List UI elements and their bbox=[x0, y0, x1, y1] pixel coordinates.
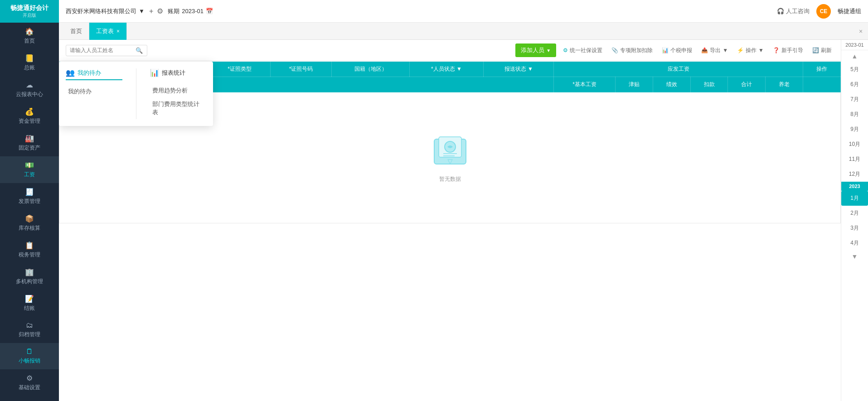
filter-icon[interactable]: ▼ bbox=[456, 66, 462, 72]
add-person-label: 添加人员 bbox=[521, 46, 544, 54]
month-7[interactable]: 7月 bbox=[841, 92, 868, 107]
pending-icon: 👥 bbox=[66, 68, 75, 77]
operate-action[interactable]: ⚡ 操作 ▼ bbox=[735, 47, 766, 54]
guide-action[interactable]: ❓ 新手引导 bbox=[771, 47, 805, 54]
special-deduction-action[interactable]: 📎 专项附加扣除 bbox=[609, 47, 655, 54]
period-value: 2023-01 bbox=[182, 8, 204, 14]
th-base-salary: *基本工资 bbox=[554, 77, 616, 92]
sidebar-item-cloud-report[interactable]: ☁ 云报表中心 bbox=[0, 76, 59, 103]
export-action[interactable]: 📤 导出 ▼ bbox=[699, 47, 730, 54]
month-4[interactable]: 4月 bbox=[841, 236, 868, 251]
social-icon: ⚙ bbox=[563, 47, 568, 53]
refresh-label: 刷新 bbox=[821, 47, 832, 54]
sidebar-item-inventory[interactable]: 📦 库存核算 bbox=[0, 210, 59, 237]
month-5[interactable]: 5月 bbox=[841, 62, 868, 77]
headset-icon: 🎧 bbox=[777, 8, 784, 14]
social-security-action[interactable]: ⚙ 统一社保设置 bbox=[561, 47, 605, 54]
report-icon: 📊 bbox=[150, 68, 159, 77]
sidebar-item-org[interactable]: 🏢 多机构管理 bbox=[0, 263, 59, 290]
nav-down-arrow[interactable]: ▼ bbox=[849, 251, 860, 262]
user-name: 畅捷通组 bbox=[838, 7, 861, 15]
content-area: 🔍 添加人员 ▼ ⚙ 统一社保设置 📎 专项附加扣除 bbox=[59, 40, 868, 401]
month-11[interactable]: 11月 bbox=[841, 152, 868, 167]
tab-home[interactable]: 首页 bbox=[63, 23, 89, 40]
month-8[interactable]: 8月 bbox=[841, 107, 868, 122]
company-selector[interactable]: 西安虾米网络科技有限公司 ▼ bbox=[66, 7, 145, 15]
tab-salary-label: 工资表 bbox=[96, 27, 114, 35]
add-person-button[interactable]: 添加人员 ▼ bbox=[515, 43, 556, 57]
tax-icon: 📋 bbox=[25, 241, 34, 250]
month-2[interactable]: 2月 bbox=[841, 206, 868, 221]
sidebar-item-finance[interactable]: 💰 资金管理 bbox=[0, 103, 59, 130]
search-input[interactable] bbox=[70, 47, 133, 53]
sidebar-item-tax-label: 税务管理 bbox=[19, 251, 40, 259]
th-operation: 操作 bbox=[803, 62, 841, 77]
empty-state-icon bbox=[427, 132, 473, 169]
tax-icon: 📊 bbox=[662, 47, 669, 53]
sidebar-item-tax[interactable]: 📋 税务管理 bbox=[0, 237, 59, 263]
dropdown-divider bbox=[136, 68, 136, 119]
basic-icon: ⚙ bbox=[26, 374, 33, 382]
company-dropdown-icon: ▼ bbox=[139, 8, 145, 14]
search-icon[interactable]: 🔍 bbox=[136, 47, 143, 54]
month-6[interactable]: 6月 bbox=[841, 77, 868, 92]
dropdown-item-pending[interactable]: 我的待办 bbox=[66, 85, 122, 98]
settings-icon[interactable]: ⚙ bbox=[157, 7, 163, 15]
tax-report-action[interactable]: 📊 个税申报 bbox=[659, 47, 694, 54]
search-box: 🔍 bbox=[66, 45, 147, 56]
sidebar-item-salary-label: 工资 bbox=[24, 171, 35, 179]
expense-icon: 🗒 bbox=[26, 348, 33, 356]
sidebar-item-invoice[interactable]: 🧾 发票管理 bbox=[0, 183, 59, 210]
app-logo: 畅捷通好会计 开启版 bbox=[0, 0, 59, 23]
sidebar-item-home[interactable]: 🏠 首页 bbox=[0, 23, 59, 49]
export-icon: 📤 bbox=[701, 47, 708, 53]
invoice-icon: 🧾 bbox=[25, 188, 34, 196]
ledger-icon: 📒 bbox=[25, 54, 34, 63]
th-total: 合计 bbox=[728, 77, 766, 92]
period-label-text: 账期 bbox=[168, 7, 179, 15]
guide-toolbar-icon: ❓ bbox=[773, 47, 780, 53]
period-selector[interactable]: 账期 2023-01 📅 bbox=[168, 7, 213, 15]
sidebar-item-close[interactable]: 📝 结账 bbox=[0, 290, 59, 317]
sidebar-item-cloud-label: 云报表中心 bbox=[16, 91, 43, 98]
sidebar-item-assets[interactable]: 🏭 固定资产 bbox=[0, 130, 59, 156]
dropdown-item-dept[interactable]: 部门费用类型统计表 bbox=[150, 97, 207, 119]
sidebar-item-home-label: 首页 bbox=[24, 37, 35, 45]
month-3[interactable]: 3月 bbox=[841, 221, 868, 236]
sidebar-item-archive[interactable]: 🗂 归档管理 bbox=[0, 317, 59, 343]
home-icon: 🏠 bbox=[25, 27, 34, 36]
month-1[interactable]: 1月 bbox=[841, 191, 868, 206]
send-filter-icon[interactable]: ▼ bbox=[528, 66, 533, 72]
sidebar-item-basic[interactable]: ⚙ 基础设置 bbox=[0, 369, 59, 396]
main-area: 西安虾米网络科技有限公司 ▼ + ⚙ 账期 2023-01 📅 🎧 人工咨询 C… bbox=[59, 0, 868, 401]
sidebar-item-finance-label: 资金管理 bbox=[19, 117, 40, 125]
th-send-status: 报送状态 ▼ bbox=[484, 62, 554, 77]
tab-close-icon[interactable]: × bbox=[116, 28, 120, 34]
service-button[interactable]: 🎧 人工咨询 bbox=[777, 7, 810, 15]
refresh-action[interactable]: 🔄 刷新 bbox=[810, 47, 834, 54]
sidebar-item-guide[interactable]: ▶ 新手引导 bbox=[0, 396, 59, 401]
th-pension: 养老 bbox=[766, 77, 803, 92]
empty-text: 暂无数据 bbox=[439, 175, 461, 183]
sidebar-item-salary[interactable]: 💵 工资 bbox=[0, 156, 59, 183]
sidebar-item-org-label: 多机构管理 bbox=[16, 278, 43, 285]
sidebar-item-expense[interactable]: 🗒 小畅报销 bbox=[0, 343, 59, 369]
th-status: *人员状态 ▼ bbox=[409, 62, 484, 77]
month-12[interactable]: 12月 bbox=[841, 167, 868, 182]
tab-close-button[interactable]: × bbox=[853, 23, 868, 40]
month-9[interactable]: 9月 bbox=[841, 122, 868, 137]
dropdown-item-trend[interactable]: 费用趋势分析 bbox=[150, 84, 207, 97]
add-icon[interactable]: + bbox=[149, 7, 153, 15]
sidebar-item-ledger[interactable]: 📒 总账 bbox=[0, 49, 59, 76]
sidebar-item-ledger-label: 总账 bbox=[24, 64, 35, 72]
nav-up-arrow[interactable]: ▲ bbox=[849, 50, 860, 62]
operate-label: 操作 bbox=[746, 47, 756, 54]
tab-salary[interactable]: 工资表 × bbox=[89, 23, 127, 40]
month-10[interactable]: 10月 bbox=[841, 137, 868, 152]
tax-label: 个税申报 bbox=[670, 47, 692, 54]
org-icon: 🏢 bbox=[25, 268, 34, 276]
th-id-number: *证照号码 bbox=[270, 62, 332, 77]
dropdown-col-2: 📊 报表统计 费用趋势分析 部门费用类型统计表 bbox=[150, 68, 207, 119]
finance-icon: 💰 bbox=[25, 107, 34, 116]
dropdown-col-1: 👥 我的待办 我的待办 bbox=[66, 68, 122, 119]
